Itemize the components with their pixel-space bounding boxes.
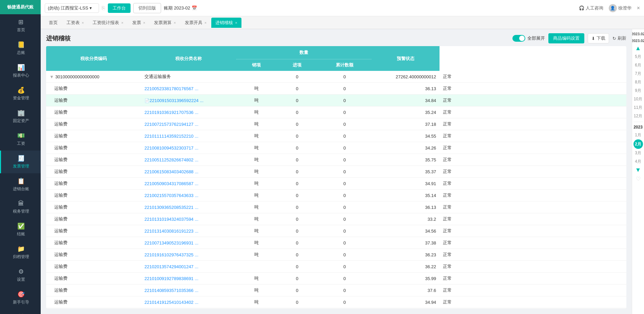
month-7[interactable]: 7月: [634, 70, 642, 78]
month-2-active[interactable]: 2月: [633, 139, 643, 149]
month-10[interactable]: 10月: [633, 95, 643, 103]
cell-sales: 0: [277, 273, 317, 284]
cell-status: 正常: [440, 213, 626, 225]
cell-purchase: 0: [317, 213, 372, 225]
tab-invoice-issue[interactable]: 发票开具 ×: [181, 18, 211, 28]
sidebar-item-sales-ledger[interactable]: 📋 进销台账: [0, 173, 41, 196]
month-8[interactable]: 8月: [634, 78, 642, 86]
sidebar-item-assets[interactable]: 🏢 固定资产: [0, 105, 41, 128]
cell-purchase: 0: [317, 71, 372, 83]
tab-salary-table[interactable]: 工资表 ×: [62, 18, 88, 28]
toggle-track[interactable]: [512, 35, 525, 42]
cell-purchase: 0: [317, 83, 372, 95]
sidebar-item-reports[interactable]: 📊 报表中心: [0, 60, 41, 82]
cell-sales: 0: [277, 95, 317, 106]
sidebar-item-archive[interactable]: 📁 归档管理: [0, 241, 41, 264]
cell-status: 正常: [440, 296, 626, 308]
tab-close-icon[interactable]: ×: [235, 21, 237, 25]
cell-unit: 吨: [236, 296, 277, 308]
tab-close-icon[interactable]: ×: [174, 21, 176, 25]
month-3[interactable]: 3月: [634, 149, 642, 157]
cell-status: 正常: [440, 154, 626, 166]
reports-icon: 📊: [17, 64, 25, 71]
workbench-button[interactable]: 工作台: [108, 3, 131, 13]
sidebar-item-tax[interactable]: 🏛 税务管理: [0, 196, 41, 218]
sidebar-item-settings[interactable]: ⚙ 设置: [0, 264, 41, 287]
favorite-button[interactable]: ♡: [635, 174, 642, 183]
table-row: 运输费221014085935710353​66 ...吨0037.6正常: [46, 284, 626, 296]
tab-invoice[interactable]: 发票 ×: [128, 18, 149, 28]
cell-tax-code: 运输费: [46, 237, 141, 249]
tab-close-icon[interactable]: ×: [204, 21, 207, 25]
month-11[interactable]: 11月: [633, 103, 643, 112]
month-4[interactable]: 4月: [634, 157, 642, 166]
cell-sales: 0: [277, 213, 317, 225]
tab-close-icon[interactable]: ×: [82, 21, 84, 25]
nav-up-button[interactable]: ▲: [635, 44, 642, 53]
cell-sales: 0: [277, 154, 317, 166]
switch-version-button[interactable]: 切到旧版: [133, 3, 161, 13]
cell-tax-name: 221014191254101434​02 ...: [141, 296, 236, 308]
cell-tax-code: 运输费: [46, 118, 141, 130]
expand-all-toggle[interactable]: 全部展开: [512, 35, 545, 42]
month-9[interactable]: 9月: [634, 86, 642, 95]
cell-purchase: 0: [317, 106, 372, 118]
sidebar-item-salary[interactable]: 💵 工资: [0, 128, 41, 151]
cell-sales: 0: [277, 142, 317, 154]
nav-down-button[interactable]: ▼: [635, 166, 642, 174]
cell-tax-name: 📄221009150313965922​24 ...: [141, 95, 236, 106]
tab-invoice-calc[interactable]: 发票测算 ×: [150, 18, 180, 28]
tab-sales-check[interactable]: 进销稽核 ×: [211, 18, 241, 28]
sidebar-item-invoice-mgmt[interactable]: 🧾 发票管理: [0, 151, 41, 173]
cell-tax-name: 交通运输服务: [141, 71, 236, 83]
sidebar-item-close-accounts[interactable]: ✅ 结账: [0, 218, 41, 241]
cell-tax-code: ▼301000000000000000: [46, 71, 141, 83]
cell-tax-code: 运输费: [46, 273, 141, 284]
cell-tax-name: 221010091927898386​91 ...: [141, 273, 236, 284]
sidebar-item-guide[interactable]: 🎯 新手引导: [0, 287, 41, 309]
download-button[interactable]: ⬇ 下载: [588, 33, 609, 43]
calendar-icon[interactable]: 📅: [192, 5, 197, 11]
tab-home[interactable]: 首页: [45, 18, 62, 28]
table-row: 运输费221011111435921522​10 ...吨0034.55正常: [46, 130, 626, 142]
header-actions: 全部展开 商品编码设置 ⬇ 下载 ↻ 刷新: [512, 33, 626, 43]
company-selector[interactable]: (勿动) 江西报宝-LSS ▾: [45, 3, 99, 13]
month-6[interactable]: 6月: [634, 61, 642, 70]
cell-tax-code: 运输费: [46, 106, 141, 118]
sidebar-item-ledger[interactable]: 📒 总账: [0, 37, 41, 60]
cell-cumulative: 34.91: [372, 178, 440, 190]
month-5[interactable]: 5月: [634, 53, 642, 61]
product-code-settings-button[interactable]: 商品编码设置: [548, 33, 584, 43]
cell-purchase: 0: [317, 308, 372, 309]
cell-sales: 0: [277, 308, 317, 309]
cell-sales: 0: [277, 237, 317, 249]
cell-tax-code: 运输费: [46, 130, 141, 142]
sidebar-item-home[interactable]: ⊞ 首页: [0, 14, 41, 37]
cell-purchase: 0: [317, 95, 372, 106]
refresh-button[interactable]: ↻ 刷新: [612, 35, 626, 41]
cell-unit: 吨: [236, 95, 277, 106]
download-icon: ⬇: [591, 36, 595, 41]
topbar: (勿动) 江西报宝-LSS ▾ ⎘ 工作台 切到旧版 账期 2023-02 📅 …: [41, 0, 644, 16]
right-panel-year-label-2: 2023.02: [632, 37, 644, 44]
close-window-button[interactable]: ×: [637, 5, 640, 11]
user-menu[interactable]: 👤 徐澄华: [609, 4, 631, 12]
sidebar: 畅捷通易代账 ⊞ 首页 📒 总账 📊 报表中心 💰 资金管理 🏢 固定资产 💵 …: [0, 0, 41, 314]
month-1[interactable]: 1月: [634, 131, 642, 139]
page-content: 进销稽核 全部展开 商品编码设置 ⬇ 下载 ↻ 刷: [41, 29, 644, 314]
col-header-status: 预警状态: [372, 46, 440, 71]
tab-close-icon[interactable]: ×: [143, 21, 145, 25]
cell-cumulative: 36.13: [372, 83, 440, 95]
support-button[interactable]: 🎧 人工咨询: [579, 5, 603, 11]
sidebar-item-finance[interactable]: 💰 资金管理: [0, 82, 41, 105]
cell-status: 正常: [440, 249, 626, 261]
topbar-right: 🎧 人工咨询 👤 徐澄华 ×: [579, 4, 640, 12]
sidebar-item-member[interactable]: 👑 畅会员: [0, 309, 41, 314]
tab-salary-stats[interactable]: 工资统计报表 ×: [89, 18, 127, 28]
tab-close-icon[interactable]: ×: [121, 21, 123, 25]
col-header-purchase: 进项: [277, 59, 317, 71]
month-12[interactable]: 12月: [633, 112, 643, 120]
cell-sales: 0: [277, 296, 317, 308]
col-header-tax-code: 税收分类编码: [46, 46, 141, 71]
cell-tax-code: 运输费: [46, 213, 141, 225]
